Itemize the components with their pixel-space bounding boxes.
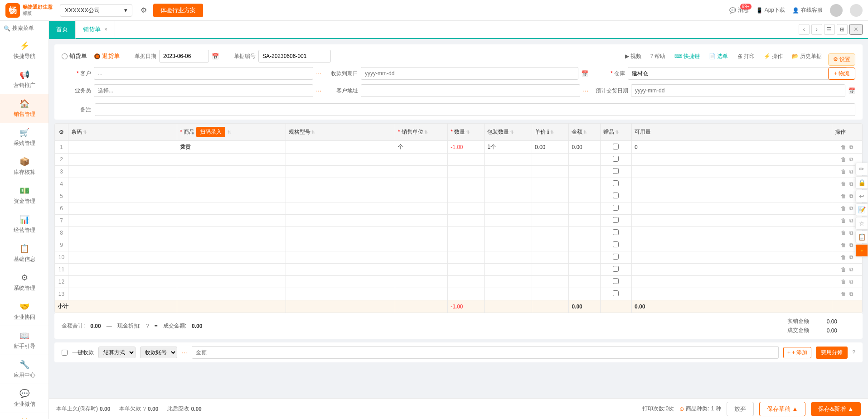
tab-close-all-button[interactable]: × <box>849 24 863 35</box>
add-payment-button[interactable]: + + 添加 <box>783 347 811 358</box>
cell-spec[interactable] <box>286 141 395 154</box>
right-panel-star-icon[interactable]: ☆ <box>855 217 868 230</box>
right-panel-orange-icon[interactable]: 🔸 <box>855 244 868 257</box>
cell-unit[interactable] <box>395 276 447 288</box>
cell-amount[interactable] <box>569 251 600 264</box>
cell-qty[interactable] <box>448 239 485 251</box>
cell-pkg-qty[interactable] <box>485 264 532 276</box>
sidebar-item-guide[interactable]: 📖 新手引导 <box>0 326 48 355</box>
cell-gift[interactable] <box>600 264 631 276</box>
cell-gift[interactable] <box>600 215 631 227</box>
sidebar-item-system[interactable]: ⚙ 系统管理 <box>0 268 48 297</box>
payment-calendar-icon[interactable]: 📅 <box>581 70 588 77</box>
cell-barcode[interactable] <box>68 178 177 190</box>
copy-row-icon[interactable]: ⧉ <box>849 169 853 175</box>
payment-dots-button[interactable]: ··· <box>182 349 187 356</box>
cell-spec[interactable] <box>286 178 395 190</box>
cell-qty[interactable] <box>448 190 485 202</box>
sidebar-item-quick-nav[interactable]: ⚡ 快捷导航 <box>0 36 48 65</box>
cell-spec[interactable] <box>286 251 395 264</box>
cell-spec[interactable] <box>286 264 395 276</box>
cell-qty[interactable]: -1.00 <box>448 141 485 154</box>
cell-spec[interactable] <box>286 154 395 166</box>
cell-gift[interactable] <box>600 166 631 178</box>
copy-row-icon[interactable]: ⧉ <box>849 217 853 224</box>
trial-button[interactable]: 体验行业方案 <box>153 4 203 17</box>
cell-pkg-qty[interactable] <box>485 215 532 227</box>
delete-icon[interactable]: 🗑 <box>841 242 846 248</box>
right-panel-edit-icon[interactable]: ✏ <box>855 163 868 175</box>
cell-unit[interactable] <box>395 166 447 178</box>
help-button[interactable]: ? 帮助 <box>648 51 669 62</box>
tab-close-icon[interactable]: × <box>104 26 107 33</box>
sidebar-search[interactable]: 🔍 搜索菜单 <box>0 21 48 36</box>
note-input[interactable] <box>95 103 855 116</box>
cell-product[interactable] <box>177 288 286 300</box>
message-button[interactable]: 💬 消息 99+ <box>729 6 749 14</box>
cell-gift[interactable] <box>600 227 631 239</box>
salesperson-input[interactable] <box>94 84 313 97</box>
cell-barcode[interactable] <box>68 227 177 239</box>
cell-barcode[interactable] <box>68 251 177 264</box>
cell-pkg-qty[interactable]: 1个 <box>485 141 532 154</box>
cell-barcode[interactable] <box>68 215 177 227</box>
tab-grid-button[interactable]: ⊞ <box>837 24 848 35</box>
cell-gift[interactable] <box>600 288 631 300</box>
cell-amount[interactable] <box>569 190 600 202</box>
cell-amount[interactable] <box>569 154 600 166</box>
delete-icon[interactable]: 🗑 <box>841 205 846 212</box>
copy-row-icon[interactable]: ⧉ <box>849 156 853 163</box>
sidebar-item-finance[interactable]: 💵 资金管理 <box>0 181 48 210</box>
cell-unit[interactable] <box>395 239 447 251</box>
cell-amount[interactable]: 0.00 <box>569 141 600 154</box>
cell-unit[interactable] <box>395 154 447 166</box>
cell-unit[interactable] <box>395 227 447 239</box>
cell-price[interactable] <box>532 202 569 215</box>
cell-product[interactable] <box>177 215 286 227</box>
cell-amount[interactable] <box>569 264 600 276</box>
customer-dots-button[interactable]: ··· <box>316 70 321 77</box>
cell-barcode[interactable] <box>68 276 177 288</box>
right-panel-lock-icon[interactable]: 🔒 <box>855 176 868 189</box>
cell-price[interactable] <box>532 227 569 239</box>
avatar-secondary[interactable] <box>850 4 863 17</box>
cell-gift[interactable] <box>600 276 631 288</box>
cell-price[interactable] <box>532 190 569 202</box>
cell-price[interactable] <box>532 288 569 300</box>
cell-pkg-qty[interactable] <box>485 288 532 300</box>
cell-gift[interactable] <box>600 154 631 166</box>
cell-product[interactable] <box>177 276 286 288</box>
cell-gift[interactable] <box>600 178 631 190</box>
cell-unit[interactable] <box>395 264 447 276</box>
cell-spec[interactable] <box>286 190 395 202</box>
cell-amount[interactable] <box>569 288 600 300</box>
cell-barcode[interactable] <box>68 154 177 166</box>
cell-amount[interactable] <box>569 202 600 215</box>
cell-price[interactable] <box>532 154 569 166</box>
cell-barcode[interactable] <box>68 239 177 251</box>
settings-icon[interactable]: ⚙ <box>137 4 150 17</box>
calendar-icon[interactable]: 📅 <box>212 53 219 60</box>
salesperson-dots-button[interactable]: ··· <box>316 87 321 94</box>
cell-amount[interactable] <box>569 276 600 288</box>
cell-barcode[interactable] <box>68 288 177 300</box>
copy-row-icon[interactable]: ⧉ <box>849 242 853 248</box>
payment-date-input[interactable] <box>361 67 578 80</box>
cell-product[interactable] <box>177 166 286 178</box>
copy-row-icon[interactable]: ⧉ <box>849 193 853 199</box>
cost-split-button[interactable]: 费用分摊 <box>816 347 848 359</box>
shortcut-button[interactable]: ⌨ 快捷键 <box>672 51 703 62</box>
addr-dots-button[interactable]: ··· <box>583 87 588 94</box>
right-panel-copy-icon[interactable]: 📋 <box>855 231 868 243</box>
copy-row-icon[interactable]: ⧉ <box>849 181 853 187</box>
cell-spec[interactable] <box>286 239 395 251</box>
cell-gift[interactable] <box>600 239 631 251</box>
sidebar-item-inventory[interactable]: 📦 库存核算 <box>0 152 48 181</box>
cell-unit[interactable] <box>395 215 447 227</box>
cell-amount[interactable] <box>569 178 600 190</box>
tab-prev-button[interactable]: ‹ <box>799 24 810 35</box>
date-input[interactable] <box>159 50 209 63</box>
sidebar-item-operations[interactable]: 📊 经营管理 <box>0 210 48 239</box>
cell-price[interactable]: 0.00 <box>532 141 569 154</box>
cell-spec[interactable] <box>286 215 395 227</box>
